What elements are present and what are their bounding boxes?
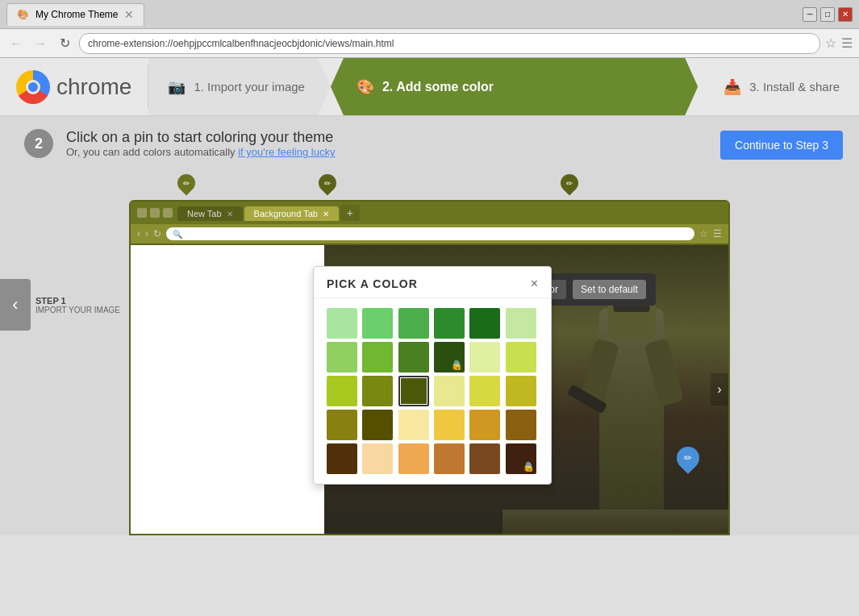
preview-back-icon: ‹ bbox=[137, 228, 140, 239]
chrome-logo-inner bbox=[26, 80, 40, 94]
tab-bar: 🎨 My Chrome Theme ✕ bbox=[6, 3, 803, 26]
chrome-logo-circle bbox=[16, 70, 50, 104]
color-cell-9[interactable]: 🔒 bbox=[434, 342, 465, 373]
tab-close-icon[interactable]: ✕ bbox=[124, 8, 134, 21]
close-button[interactable]: ✕ bbox=[838, 7, 853, 22]
color-cell-7[interactable] bbox=[362, 342, 393, 373]
color-cell-0[interactable] bbox=[327, 308, 357, 339]
color-cell-15[interactable] bbox=[434, 376, 465, 406]
camera-icon: 📷 bbox=[168, 78, 186, 96]
address-bar: ← → ↻ ☆ ☰ bbox=[0, 29, 859, 58]
color-cell-5[interactable] bbox=[506, 308, 536, 339]
color-cell-22[interactable] bbox=[469, 410, 500, 440]
instruction-heading: Click on a pin to start coloring your th… bbox=[66, 129, 335, 146]
menu-icon[interactable]: ☰ bbox=[841, 35, 853, 51]
forward-button[interactable]: → bbox=[31, 34, 50, 53]
pin-marker-1[interactable]: ✏ bbox=[177, 174, 195, 192]
download-icon: 📥 bbox=[723, 78, 741, 96]
chevron-right-icon: › bbox=[717, 382, 721, 397]
color-cell-29[interactable]: 🔒 bbox=[506, 443, 536, 474]
pin-marker-2[interactable]: ✏ bbox=[319, 174, 336, 192]
preview-fwd-icon: › bbox=[145, 228, 148, 239]
set-default-button[interactable]: Set to default bbox=[573, 280, 646, 299]
tab-favicon: 🎨 bbox=[17, 9, 29, 20]
step2-label: 2. Add some color bbox=[382, 80, 494, 94]
color-cell-23[interactable] bbox=[506, 410, 536, 440]
title-bar: 🎨 My Chrome Theme ✕ ─ □ ✕ bbox=[0, 0, 859, 29]
steps-nav: 📷 1. Import your image 🎨 2. Add some col… bbox=[148, 58, 859, 115]
preview-addressbar: ‹ › ↻ 🔍 ☆ ☰ bbox=[131, 224, 728, 243]
color-cell-18[interactable] bbox=[327, 410, 357, 440]
new-tab-button[interactable]: + bbox=[340, 205, 360, 221]
step-instruction: 2 Click on a pin to start coloring your … bbox=[0, 116, 859, 171]
color-cell-28[interactable] bbox=[469, 443, 500, 474]
back-nav-button[interactable]: ‹ bbox=[0, 279, 31, 331]
preview-minimize[interactable] bbox=[137, 208, 147, 218]
color-cell-3[interactable] bbox=[434, 308, 465, 339]
color-cell-11[interactable] bbox=[506, 342, 536, 373]
step1-nav[interactable]: 📷 1. Import your image bbox=[148, 58, 331, 115]
preview-close[interactable] bbox=[163, 208, 173, 218]
color-cell-14[interactable] bbox=[398, 376, 429, 406]
side-import-label: IMPORT YOUR IMAGE bbox=[35, 306, 120, 314]
color-cell-25[interactable] bbox=[362, 443, 393, 474]
tab-title: My Chrome Theme bbox=[35, 9, 118, 20]
preview-tab-newtab-close[interactable]: ✕ bbox=[227, 210, 233, 219]
preview-tab-background-close[interactable]: ✕ bbox=[323, 210, 329, 219]
side-step-label: STEP 1 IMPORT YOUR IMAGE bbox=[35, 296, 120, 314]
window-controls: ─ □ ✕ bbox=[803, 7, 853, 22]
pin-marker-3[interactable]: ✏ bbox=[561, 174, 578, 192]
preview-tab-newtab[interactable]: New Tab ✕ bbox=[177, 206, 243, 221]
browser-tab[interactable]: 🎨 My Chrome Theme ✕ bbox=[6, 3, 144, 26]
color-cell-2[interactable] bbox=[398, 308, 429, 339]
preview-address-input[interactable]: 🔍 bbox=[166, 227, 694, 240]
color-cell-16[interactable] bbox=[469, 376, 500, 406]
preview-chrome: New Tab ✕ Background Tab ✕ + bbox=[129, 200, 730, 245]
chrome-logo: chrome bbox=[0, 58, 148, 115]
plus-icon: + bbox=[347, 206, 353, 219]
step2-nav[interactable]: 🎨 2. Add some color bbox=[331, 58, 698, 115]
color-cell-27[interactable] bbox=[434, 443, 465, 474]
color-cell-6[interactable] bbox=[327, 342, 357, 373]
color-cell-19[interactable] bbox=[362, 410, 393, 440]
minimize-button[interactable]: ─ bbox=[803, 7, 817, 22]
color-cell-13[interactable] bbox=[362, 376, 393, 406]
reload-button[interactable]: ↻ bbox=[55, 34, 74, 53]
color-picker-header: PICK A COLOR × bbox=[314, 267, 551, 298]
back-button[interactable]: ← bbox=[6, 34, 26, 53]
maximize-button[interactable]: □ bbox=[820, 7, 835, 22]
color-cell-12[interactable] bbox=[327, 376, 357, 406]
continue-button[interactable]: Continue to Step 3 bbox=[720, 131, 843, 160]
blue-pin-marker[interactable]: ✏ bbox=[677, 447, 699, 469]
bookmark-icon[interactable]: ☆ bbox=[825, 35, 836, 51]
color-cell-4[interactable] bbox=[469, 308, 500, 339]
color-cell-24[interactable] bbox=[327, 443, 357, 474]
lucky-link[interactable]: if you're feeling lucky bbox=[238, 146, 335, 158]
side-nav: ‹ STEP 1 IMPORT YOUR IMAGE bbox=[0, 279, 120, 331]
back-arrow-icon: ‹ bbox=[12, 294, 18, 314]
color-picker-title: PICK A COLOR bbox=[327, 277, 418, 290]
preview-star-icon: ☆ bbox=[699, 228, 708, 239]
address-input[interactable] bbox=[79, 33, 820, 54]
preview-menu-icon: ☰ bbox=[713, 228, 722, 239]
color-cell-1[interactable] bbox=[362, 308, 393, 339]
color-cell-26[interactable] bbox=[398, 443, 429, 474]
color-grid: 🔒🔒 bbox=[314, 298, 551, 484]
preview-maximize[interactable] bbox=[150, 208, 160, 218]
step3-nav[interactable]: 📥 3. Install & share bbox=[698, 58, 859, 115]
color-picker-close-button[interactable]: × bbox=[531, 277, 538, 291]
color-cell-8[interactable] bbox=[398, 342, 429, 373]
step1-label: 1. Import your image bbox=[194, 80, 305, 94]
color-cell-10[interactable] bbox=[469, 342, 500, 373]
color-cell-21[interactable] bbox=[434, 410, 465, 440]
preview-titlebar: New Tab ✕ Background Tab ✕ + bbox=[131, 202, 728, 224]
color-cell-20[interactable] bbox=[398, 410, 429, 440]
preview-left-panel bbox=[131, 245, 324, 534]
color-picker-modal: PICK A COLOR × 🔒🔒 bbox=[313, 266, 552, 485]
instruction-text: Click on a pin to start coloring your th… bbox=[66, 129, 335, 158]
preview-controls bbox=[137, 208, 173, 218]
browser-window: 🎨 My Chrome Theme ✕ ─ □ ✕ ← → ↻ ☆ ☰ chro… bbox=[0, 0, 859, 616]
color-cell-17[interactable] bbox=[506, 376, 536, 406]
preview-tab-background[interactable]: Background Tab ✕ bbox=[244, 206, 339, 221]
carousel-right-button[interactable]: › bbox=[711, 373, 728, 406]
